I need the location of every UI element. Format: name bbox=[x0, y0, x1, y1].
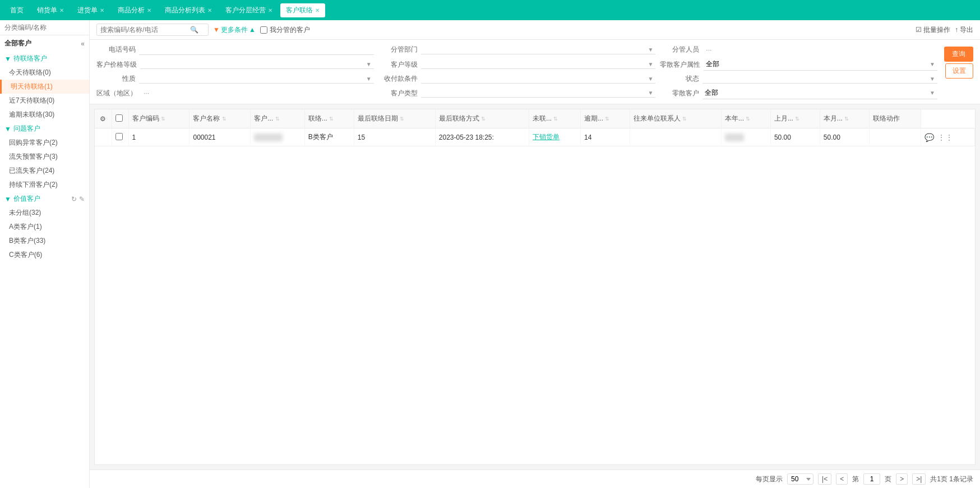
last-page-btn[interactable]: >| bbox=[912, 473, 926, 485]
col-this-month[interactable]: 本月... ⇅ bbox=[820, 109, 869, 128]
row-select-checkbox[interactable] bbox=[115, 133, 123, 140]
nav-customer-contact[interactable]: 客户联络 ✕ bbox=[280, 3, 325, 17]
contact-icon[interactable]: 💬 bbox=[924, 133, 934, 142]
region-dots[interactable]: ··· bbox=[140, 88, 152, 98]
nature-select[interactable]: ▼ bbox=[139, 75, 374, 84]
sidebar-item-class-b[interactable]: B类客户(33) bbox=[0, 234, 89, 248]
nav-sales[interactable]: 销货单 ✕ bbox=[31, 3, 70, 17]
sidebar-item-7days[interactable]: 近7天待联络(0) bbox=[0, 94, 89, 108]
sidebar-item-churn-warning[interactable]: 流失预警客户(3) bbox=[0, 150, 89, 164]
row-this-year: 50.00 bbox=[770, 128, 820, 146]
row-checkbox[interactable] bbox=[112, 128, 128, 146]
chevron-down-icon: ▼ bbox=[930, 76, 935, 82]
row-gear bbox=[95, 128, 112, 146]
price-level-select[interactable]: ▼ bbox=[140, 60, 374, 69]
retail-select[interactable]: 全部 ▼ bbox=[702, 87, 937, 99]
first-page-btn[interactable]: |< bbox=[818, 473, 831, 485]
row-last-month: 50.00 bbox=[820, 128, 869, 146]
sort-icon: ⇅ bbox=[682, 116, 687, 122]
col-contact-count[interactable]: 联络... ⇅ bbox=[304, 109, 354, 128]
advanced-filter: 电话号码 分管部门 ▼ 分管人员 ··· bbox=[90, 40, 980, 104]
search-input[interactable] bbox=[100, 26, 190, 34]
sidebar-item-overdue[interactable]: 逾期未联络(30) bbox=[0, 108, 89, 122]
chevron-down-icon: ▼ bbox=[366, 61, 372, 67]
close-icon[interactable]: ✕ bbox=[100, 7, 104, 13]
chevron-up-icon: ▲ bbox=[249, 26, 256, 34]
row-name[interactable]: ██████ bbox=[251, 128, 304, 146]
prev-page-btn[interactable]: < bbox=[836, 473, 848, 485]
nav-purchase[interactable]: 进货单 ✕ bbox=[72, 3, 110, 17]
sidebar-search-input[interactable] bbox=[4, 24, 89, 31]
batch-op-btn[interactable]: ☑ 批量操作 bbox=[916, 25, 950, 35]
col-unit-contact[interactable]: 往来单位联系人 ⇅ bbox=[630, 109, 721, 128]
triangle-icon: ▼ bbox=[4, 55, 11, 63]
row-last-contact-method[interactable]: 下销货单 bbox=[529, 128, 581, 146]
sidebar-item-declining[interactable]: 持续下滑客户(2) bbox=[0, 178, 89, 192]
nav-product-analysis[interactable]: 商品分析 ✕ bbox=[112, 3, 157, 17]
close-icon[interactable]: ✕ bbox=[315, 7, 320, 13]
chevron-down-icon: ▼ bbox=[648, 61, 653, 67]
col-overdue[interactable]: 逾期... ⇅ bbox=[580, 109, 630, 128]
my-customers-checkbox[interactable]: 我分管的客户 bbox=[260, 25, 310, 35]
sidebar-all-customers[interactable]: 全部客户 « bbox=[0, 35, 89, 52]
status-select[interactable]: ▼ bbox=[702, 75, 937, 84]
col-last-month[interactable]: 上月... ⇅ bbox=[770, 109, 820, 128]
customer-level-select[interactable]: ▼ bbox=[421, 60, 656, 69]
adv-filter-row-4: 区域（地区） ··· 客户类型 ▼ 零散客户 bbox=[96, 87, 937, 99]
sidebar-item-ungrouped[interactable]: 未分组(32) bbox=[0, 206, 89, 220]
sidebar-item-class-c[interactable]: C类客户(6) bbox=[0, 248, 89, 262]
col-last-contact-date[interactable]: 最后联络日期 ⇅ bbox=[354, 109, 435, 128]
customer-type-select[interactable]: ▼ bbox=[421, 89, 656, 98]
close-icon[interactable]: ✕ bbox=[59, 7, 64, 13]
page-size-select[interactable]: 50 100 200 bbox=[787, 473, 813, 485]
payment-field: 收付款条件 ▼ bbox=[378, 74, 656, 84]
gear-col-header[interactable]: ⚙ bbox=[95, 109, 112, 128]
close-icon[interactable]: ✕ bbox=[268, 7, 272, 13]
page-number-input[interactable] bbox=[863, 473, 880, 485]
top-nav: 首页 销货单 ✕ 进货单 ✕ 商品分析 ✕ 商品分析列表 ✕ 客户分层经营 ✕ … bbox=[0, 0, 980, 20]
settings-button[interactable]: 设置 bbox=[945, 63, 973, 79]
more-conditions-btn[interactable]: ▼ 更多条件 ▲ bbox=[213, 25, 256, 35]
edit-icon[interactable]: ✎ bbox=[79, 195, 85, 203]
filter-bar: 🔍 ▼ 更多条件 ▲ 我分管的客户 ☑ 批量操作 ↑ 导出 bbox=[90, 20, 980, 40]
close-icon[interactable]: ✕ bbox=[147, 7, 151, 13]
sidebar-item-churned[interactable]: 已流失客户(24) bbox=[0, 164, 89, 178]
col-this-year[interactable]: 本年... ⇅ bbox=[722, 109, 771, 128]
phone-input[interactable] bbox=[139, 44, 374, 55]
search-wrap: 🔍 bbox=[96, 24, 209, 36]
chevron-down-icon: ▼ bbox=[648, 76, 653, 82]
col-customer-type[interactable]: 客户... ⇅ bbox=[251, 109, 304, 128]
my-customers-check[interactable] bbox=[260, 26, 267, 34]
close-icon[interactable]: ✕ bbox=[207, 7, 212, 13]
row-customer-type: B类客户 bbox=[304, 128, 354, 146]
manager-dots[interactable]: ··· bbox=[702, 45, 715, 55]
sidebar-item-tomorrow[interactable]: 明天待联络(1) bbox=[0, 80, 89, 94]
dept-select[interactable]: ▼ bbox=[421, 45, 656, 54]
sidebar-item-abnormal-repurchase[interactable]: 回购异常客户(2) bbox=[0, 136, 89, 150]
nav-product-analysis-list[interactable]: 商品分析列表 ✕ bbox=[159, 3, 218, 17]
nav-customer-segmentation[interactable]: 客户分层经营 ✕ bbox=[220, 3, 278, 17]
data-table-area: ⚙ 客户编码 ⇅ 客户名称 ⇅ 客户... ⇅ bbox=[94, 109, 976, 465]
search-icon[interactable]: 🔍 bbox=[190, 26, 198, 34]
sidebar-item-today[interactable]: 今天待联络(0) bbox=[0, 66, 89, 80]
checkbox-col-header[interactable] bbox=[112, 109, 128, 128]
dept-field: 分管部门 ▼ bbox=[378, 45, 656, 54]
col-not-contacted[interactable]: 未联... ⇅ bbox=[529, 109, 581, 128]
refresh-icon[interactable]: ↻ bbox=[71, 195, 77, 203]
sort-icon: ⇅ bbox=[161, 116, 165, 122]
status-field: 状态 ▼ bbox=[660, 74, 937, 84]
sort-icon: ⇅ bbox=[329, 116, 334, 122]
retail-attr-select[interactable]: 全部 ▼ bbox=[704, 58, 937, 71]
col-customer-name[interactable]: 客户名称 ⇅ bbox=[189, 109, 251, 128]
nav-home[interactable]: 首页 bbox=[4, 3, 29, 17]
select-all-checkbox[interactable] bbox=[115, 114, 123, 122]
col-last-contact-method[interactable]: 最后联络方式 ⇅ bbox=[435, 109, 529, 128]
next-page-btn[interactable]: > bbox=[896, 473, 908, 485]
more-icon[interactable]: ⋮⋮ bbox=[937, 133, 953, 142]
export-btn[interactable]: ↑ 导出 bbox=[955, 25, 973, 35]
sidebar-item-class-a[interactable]: A类客户(1) bbox=[0, 220, 89, 234]
col-customer-code[interactable]: 客户编码 ⇅ bbox=[128, 109, 189, 128]
query-button[interactable]: 查询 bbox=[944, 47, 973, 62]
payment-select[interactable]: ▼ bbox=[421, 75, 656, 84]
chevron-down-icon: ▼ bbox=[930, 90, 935, 96]
